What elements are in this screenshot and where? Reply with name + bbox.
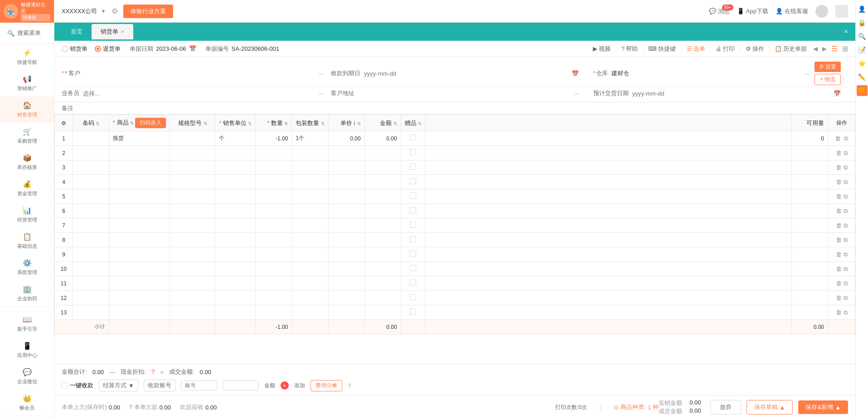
search-menu-item[interactable]: 🔍 搜索菜单 (4, 26, 50, 40)
panel-edit-icon[interactable]: ✏️ (857, 72, 868, 82)
nav-prev[interactable]: ◀ (813, 45, 818, 52)
save-draft-btn[interactable]: 保存草稿 ▲ (747, 400, 793, 414)
gift-checkbox[interactable] (410, 294, 416, 300)
customer-input[interactable] (84, 70, 317, 77)
copy-row-btn[interactable]: ⧉ (844, 222, 848, 229)
sidebar-item-wechat[interactable]: 💬 企业微信 (0, 363, 54, 390)
sales-order-radio[interactable]: 销货单 (62, 45, 87, 53)
message-btn[interactable]: 💬 消息 99+ (709, 7, 730, 15)
account-number-input[interactable] (181, 380, 217, 390)
abandon-btn[interactable]: 放弃 (710, 400, 741, 414)
copy-row-btn[interactable]: ⧉ (844, 309, 848, 316)
delete-row-btn[interactable]: 🗑 (836, 222, 842, 229)
select-link[interactable]: ☰ 选单 (687, 45, 705, 53)
sidebar-item-basic[interactable]: 📋 基础信息 (0, 228, 54, 254)
add-payment-btn[interactable]: + (281, 381, 289, 390)
copy-row-btn[interactable]: ⧉ (844, 265, 848, 272)
panel-active-icon[interactable]: 🧡 (857, 85, 868, 96)
delete-row-btn[interactable]: 🗑 (836, 164, 842, 171)
gift-checkbox[interactable] (410, 135, 416, 141)
trial-btn[interactable]: 体验行业方案 (123, 5, 173, 18)
sidebar-item-marketing[interactable]: 📢 营销推广 (0, 70, 54, 96)
warehouse-dots-btn[interactable]: ··· (804, 70, 809, 77)
customer-dots-btn[interactable]: ··· (319, 70, 324, 77)
sidebar-item-inventory[interactable]: 📦 库存核算 (0, 149, 54, 175)
nav-next[interactable]: ▶ (822, 45, 827, 52)
delivery-date-input[interactable] (632, 90, 834, 97)
panel-note-icon[interactable]: 📝 (857, 44, 868, 55)
copy-row-btn[interactable]: ⧉ (844, 294, 848, 301)
sidebar-item-purchase[interactable]: 🛒 采购管理 (0, 123, 54, 149)
delete-row-btn[interactable]: 🗑 (836, 178, 842, 185)
gift-checkbox[interactable] (410, 279, 416, 286)
delete-row-btn[interactable]: 🗑 (836, 280, 842, 287)
delete-row-btn[interactable]: 🗑 (836, 236, 842, 243)
payment-help-icon[interactable]: ? (348, 382, 351, 389)
payment-due-input[interactable] (364, 70, 571, 77)
historical-due-help[interactable]: ? (129, 404, 132, 410)
panel-search-icon[interactable]: 🔍 (857, 31, 868, 42)
gift-checkbox[interactable] (410, 178, 416, 184)
delete-row-btn[interactable]: 🗑 (836, 309, 842, 316)
sidebar-item-guide[interactable]: 📖 新手引导 (0, 311, 54, 337)
cash-discount-help-icon[interactable]: ? (151, 368, 155, 376)
row-price[interactable]: 0.00 (328, 131, 364, 146)
salesperson-input[interactable] (83, 90, 319, 97)
customer-addr-dots-btn[interactable]: ··· (574, 90, 579, 97)
view-list-icon[interactable]: ☰ (831, 44, 838, 53)
tab-sales-order[interactable]: 销货单 × (92, 24, 133, 39)
user-avatar[interactable] (815, 5, 828, 18)
copy-row-btn[interactable]: ⧉ (844, 135, 848, 142)
delete-row-btn[interactable]: 🗑 (836, 149, 842, 156)
print-link[interactable]: 🖨 打印 (716, 45, 735, 53)
copy-row-btn[interactable]: ⧉ (844, 280, 848, 287)
history-link[interactable]: 📋 历史单据 (775, 45, 807, 53)
delete-row-btn[interactable]: 🗑 (835, 135, 841, 142)
payment-amount-input[interactable] (223, 380, 259, 390)
return-order-radio[interactable]: 退货单 (95, 45, 121, 53)
delete-row-btn[interactable]: 🗑 (836, 265, 842, 272)
copy-row-btn[interactable]: ⧉ (844, 193, 848, 200)
gift-checkbox[interactable] (410, 222, 416, 228)
expense-split-btn[interactable]: 费用分摊 (310, 380, 342, 391)
sidebar-item-quick-nav[interactable]: ⚡ 快捷导航 (0, 44, 54, 70)
row-product[interactable]: 拣货 (109, 131, 170, 146)
company-selector[interactable]: XXXXXX公司 ▼ (62, 7, 106, 15)
copy-row-btn[interactable]: ⧉ (844, 251, 848, 258)
help-link[interactable]: ? 帮助 (621, 45, 638, 53)
gift-checkbox[interactable] (410, 236, 416, 242)
save-new-btn[interactable]: 保存&新增 ▲ (798, 400, 848, 414)
sidebar-item-sales[interactable]: 🏠 销售管理 (0, 96, 54, 123)
shortcut-link[interactable]: ⌨ 快捷键 (648, 45, 676, 53)
sidebar-item-enterprise[interactable]: 🏢 企业协同 (0, 280, 54, 307)
copy-row-btn[interactable]: ⧉ (844, 207, 848, 214)
account-select[interactable]: 收款账号 (144, 380, 175, 391)
customer-addr-input[interactable] (358, 90, 573, 97)
user-menu-btn[interactable] (835, 5, 848, 18)
note-input[interactable] (77, 105, 848, 112)
tab-sales-order-close[interactable]: × (121, 29, 124, 35)
delete-row-btn[interactable]: 🗑 (836, 251, 842, 258)
gift-checkbox[interactable] (410, 265, 416, 271)
copy-row-btn[interactable]: ⧉ (844, 178, 848, 185)
payment-due-calendar-icon[interactable]: 📅 (572, 70, 579, 77)
gift-checkbox[interactable] (410, 308, 416, 315)
settings-btn[interactable]: ⚙ 设置 (815, 62, 841, 72)
gift-checkbox[interactable] (410, 207, 416, 213)
operate-link[interactable]: ⚙ 操作 (746, 45, 764, 53)
one-click-payment-checkbox[interactable]: 一键收款 (62, 381, 93, 390)
app-download-btn[interactable]: 📱 App下载 (737, 7, 768, 15)
sidebar-item-member[interactable]: 👑 畅会员 (0, 390, 54, 416)
doc-date-calendar-icon[interactable]: 📅 (189, 45, 196, 52)
sidebar-item-system[interactable]: ⚙️ 系统管理 (0, 254, 54, 280)
copy-row-btn[interactable]: ⧉ (844, 149, 848, 156)
delivery-date-calendar-icon[interactable]: 📅 (834, 90, 841, 97)
delete-row-btn[interactable]: 🗑 (836, 207, 842, 214)
panel-star-icon[interactable]: ⭐ (857, 58, 868, 69)
topbar-gear-icon[interactable]: ⚙ (112, 7, 118, 15)
logistics-btn[interactable]: + 物流 (815, 74, 841, 85)
gift-checkbox[interactable] (410, 193, 416, 199)
th-settings[interactable]: ⚙ (55, 115, 73, 131)
tab-home[interactable]: 首页 (62, 24, 92, 39)
scan-btn[interactable]: 扫码录入 (135, 118, 166, 128)
